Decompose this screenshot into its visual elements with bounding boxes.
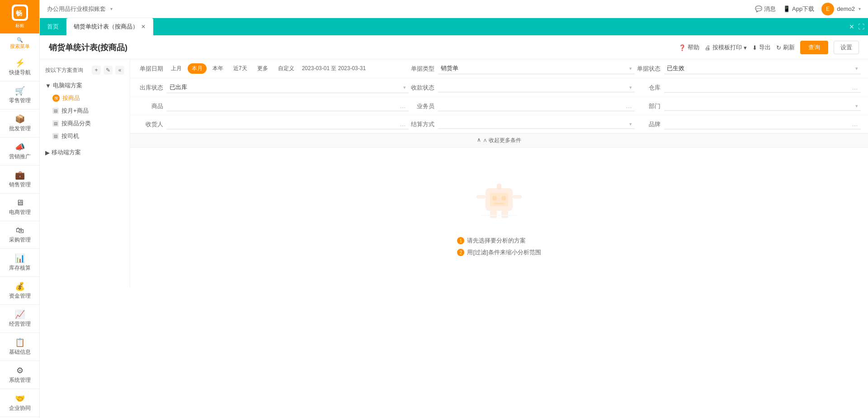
tree-expand-icon: ▶ bbox=[45, 149, 50, 156]
tab-report[interactable]: 销货单统计表（按商品） ✕ bbox=[66, 18, 153, 35]
doc-type-select[interactable]: 销货单 ▾ bbox=[438, 63, 635, 74]
content-area: 销货单统计表(按商品) ❓ 帮助 🖨 按模板打印 ▾ ⬇ 导出 ↻ 刷新 bbox=[40, 35, 868, 418]
left-panel-title: 按以下方案查询 bbox=[45, 66, 83, 74]
date-btn-7days[interactable]: 近7天 bbox=[229, 63, 251, 74]
tree-item-by-cashier[interactable]: ▤ 按司机 bbox=[40, 130, 130, 142]
query-button[interactable]: 查询 bbox=[800, 41, 828, 54]
recipient-label: 收货人 bbox=[137, 120, 167, 128]
collapse-icon: ∧ bbox=[477, 137, 481, 144]
collect-status-dropdown-icon: ▾ bbox=[629, 85, 632, 90]
doc-status-select[interactable]: 已生效 ▾ bbox=[664, 63, 861, 74]
warehouse-input[interactable]: … bbox=[664, 82, 861, 93]
page-actions: ❓ 帮助 🖨 按模板打印 ▾ ⬇ 导出 ↻ 刷新 查询 设置 bbox=[679, 41, 859, 54]
date-options: 上月 本月 本年 近7天 更多 自定义 2023-03-01 至 2023-03… bbox=[167, 63, 409, 74]
empty-hints: 1 请先选择要分析的方案 2 用[过滤]条件来缩小分析范围 bbox=[457, 237, 541, 260]
sidebar-item-operation[interactable]: 📈 经营管理 bbox=[0, 305, 39, 333]
add-scheme-btn[interactable]: + bbox=[92, 66, 101, 75]
ecommerce-icon: 🖥 bbox=[2, 198, 38, 208]
print-dropdown-arrow: ▾ bbox=[744, 44, 747, 51]
window-close-btn[interactable]: ✕ bbox=[849, 23, 854, 30]
user-menu-btn[interactable]: E demo2 ▾ bbox=[821, 3, 861, 15]
brand-ellipsis-icon: … bbox=[852, 120, 858, 128]
right-panel: 单据日期 上月 本月 本年 近7天 更多 自定义 2023-03-01 至 20… bbox=[130, 59, 868, 287]
salesperson-ellipsis-icon: … bbox=[626, 102, 632, 109]
app-download-btn[interactable]: 📱 App下载 bbox=[783, 5, 814, 13]
message-btn[interactable]: 💬 消息 bbox=[755, 5, 776, 13]
doc-type-filter: 单据类型 销货单 ▾ bbox=[409, 63, 635, 74]
sidebar-item-marketing[interactable]: 📣 营销推广 bbox=[0, 138, 39, 166]
svg-rect-6 bbox=[494, 203, 505, 204]
sidebar-item-purchase[interactable]: 🛍 采购管理 bbox=[0, 221, 39, 249]
date-btn-this-year[interactable]: 本年 bbox=[208, 63, 227, 74]
sidebar-item-finance[interactable]: 💰 资金管理 bbox=[0, 277, 39, 305]
hint-item-1: 1 请先选择要分析的方案 bbox=[457, 237, 541, 245]
doc-date-label: 单据日期 bbox=[137, 65, 167, 73]
collapse-filters-btn[interactable]: ∧ ∧ 收起更多条件 bbox=[130, 133, 868, 147]
sidebar-item-enterprise[interactable]: 🤝 企业协同 bbox=[0, 389, 39, 417]
sidebar-item-wholesale[interactable]: 📦 批发管理 bbox=[0, 109, 39, 138]
salesperson-input[interactable]: … bbox=[438, 101, 635, 111]
tab-close-btn[interactable]: ✕ bbox=[141, 24, 146, 30]
retail-icon: 🛒 bbox=[2, 86, 38, 96]
sidebar-item-sales[interactable]: 💼 销售管理 bbox=[0, 166, 39, 194]
search-icon: 🔍 bbox=[10, 37, 30, 43]
collapse-panel-btn[interactable]: « bbox=[115, 66, 124, 75]
salesperson-filter: 业务员 … bbox=[409, 101, 635, 111]
svg-point-5 bbox=[501, 196, 506, 200]
tree-desktop-section: ▼ 电脑端方案 按 按商品 ▤ 按月+商品 ▤ 按商品分类 bbox=[40, 77, 130, 144]
sidebar-logo[interactable]: 畅 标账 bbox=[0, 0, 39, 33]
sidebar-item-system[interactable]: ⚙ 系统管理 bbox=[0, 361, 39, 389]
enterprise-icon: 🤝 bbox=[2, 394, 38, 404]
payment-method-select[interactable]: ▾ bbox=[438, 120, 635, 129]
export-btn[interactable]: ⬇ 导出 bbox=[752, 43, 771, 52]
tree-item-by-month-product[interactable]: ▤ 按月+商品 bbox=[40, 104, 130, 117]
sidebar-item-retail[interactable]: 🛒 零售管理 bbox=[0, 81, 39, 109]
sidebar-item-search[interactable]: 🔍 搜索菜单 bbox=[8, 33, 32, 53]
left-panel-header: 按以下方案查询 + ✎ « bbox=[40, 63, 130, 77]
tab-home[interactable]: 首页 bbox=[40, 18, 66, 35]
date-btn-last-month[interactable]: 上月 bbox=[167, 63, 186, 74]
sidebar-item-inventory[interactable]: 📊 库存核算 bbox=[0, 249, 39, 277]
collect-status-label: 收款状态 bbox=[409, 84, 438, 92]
tree-parent-mobile[interactable]: ▶ 移动端方案 bbox=[40, 146, 130, 159]
help-btn[interactable]: ❓ 帮助 bbox=[679, 43, 699, 52]
date-btn-custom[interactable]: 自定义 bbox=[274, 63, 298, 74]
recipient-input[interactable]: … bbox=[167, 119, 409, 129]
template-print-btn[interactable]: 🖨 按模板打印 ▾ bbox=[705, 43, 747, 52]
settings-button[interactable]: 设置 bbox=[834, 41, 859, 54]
tree-item-by-category[interactable]: ▤ 按商品分类 bbox=[40, 117, 130, 130]
main-content: 按以下方案查询 + ✎ « ▼ 电脑端方案 按 按商品 bbox=[40, 59, 868, 287]
window-maximize-btn[interactable]: ⛶ bbox=[858, 23, 864, 30]
sidebar-item-basic[interactable]: 📋 基础信息 bbox=[0, 333, 39, 361]
sidebar-item-shortcut[interactable]: ⚡ 快捷导航 bbox=[0, 53, 39, 81]
doc-type-label: 单据类型 bbox=[409, 65, 438, 73]
doc-date-filter: 单据日期 上月 本月 本年 近7天 更多 自定义 2023-03-01 至 20… bbox=[137, 63, 409, 74]
product-input[interactable]: … bbox=[167, 101, 409, 111]
tree-item-by-product[interactable]: 按 按商品 bbox=[40, 92, 130, 104]
download-icon: 📱 bbox=[783, 5, 790, 12]
left-panel: 按以下方案查询 + ✎ « ▼ 电脑端方案 按 按商品 bbox=[40, 59, 130, 287]
refresh-btn[interactable]: ↻ 刷新 bbox=[776, 43, 795, 52]
svg-rect-11 bbox=[501, 211, 508, 218]
date-btn-more[interactable]: 更多 bbox=[253, 63, 272, 74]
industry-label: 办公用品行业模拟账套 bbox=[47, 5, 106, 13]
tree-parent-desktop[interactable]: ▼ 电脑端方案 bbox=[40, 79, 130, 92]
sidebar-item-ecommerce[interactable]: 🖥 电商管理 bbox=[0, 194, 39, 221]
filter-row-3: 商品 … 业务员 … bbox=[130, 97, 868, 115]
svg-rect-9 bbox=[513, 195, 522, 199]
warehouse-filter: 仓库 … bbox=[635, 82, 861, 93]
active-scheme-icon: 按 bbox=[52, 95, 60, 102]
industry-dropdown-arrow[interactable]: ▾ bbox=[110, 6, 113, 11]
hint-num-2: 2 bbox=[457, 249, 464, 256]
message-icon: 💬 bbox=[755, 5, 762, 12]
dept-select[interactable]: ▾ bbox=[664, 102, 861, 111]
brand-input[interactable]: … bbox=[664, 119, 861, 129]
date-btn-this-month[interactable]: 本月 bbox=[188, 63, 207, 74]
collect-status-select[interactable]: ▾ bbox=[438, 83, 635, 92]
out-status-select[interactable]: 已出库 ▾ bbox=[167, 82, 409, 93]
edit-scheme-btn[interactable]: ✎ bbox=[104, 66, 113, 75]
salesperson-label: 业务员 bbox=[409, 102, 438, 110]
operation-icon: 📈 bbox=[2, 309, 38, 319]
svg-rect-10 bbox=[490, 211, 497, 218]
svg-text:畅: 畅 bbox=[16, 10, 22, 17]
